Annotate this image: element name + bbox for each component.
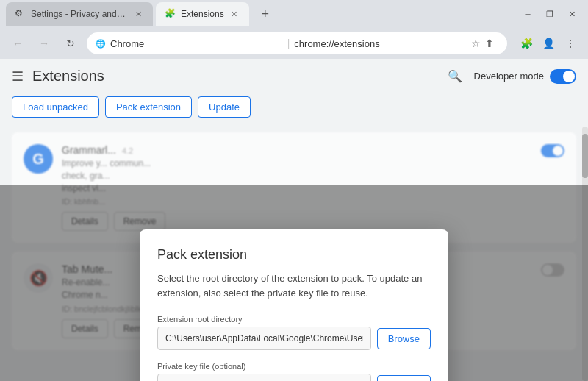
address-url: chrome://extensions bbox=[294, 38, 467, 49]
private-key-label: Private key file (optional) bbox=[157, 362, 431, 371]
pack-extension-button[interactable]: Pack extension bbox=[105, 96, 192, 118]
minimize-icon bbox=[525, 10, 530, 18]
tab-settings[interactable]: ⚙ Settings - Privacy and security ✕ bbox=[6, 2, 153, 26]
page-content: ☰ Extensions 🔍 Developer mode Load unpac… bbox=[0, 59, 588, 381]
root-dir-input[interactable] bbox=[157, 327, 371, 350]
profile-icon-btn[interactable]: 👤 bbox=[538, 33, 559, 54]
settings-tab-title: Settings - Privacy and security bbox=[31, 9, 128, 19]
reload-button[interactable]: ↻ bbox=[60, 33, 81, 54]
title-bar: ⚙ Settings - Privacy and security ✕ 🧩 Ex… bbox=[0, 0, 588, 28]
address-bar: ← → ↻ 🌐 Chrome | chrome://extensions ☆ ⬆… bbox=[0, 28, 588, 59]
window-controls bbox=[517, 7, 582, 21]
private-key-input[interactable] bbox=[157, 374, 371, 381]
hamburger-menu[interactable]: ☰ bbox=[12, 68, 24, 85]
minimize-button[interactable] bbox=[517, 7, 538, 21]
forward-button[interactable]: → bbox=[34, 33, 54, 54]
chrome-label: Chrome bbox=[110, 38, 283, 49]
share-icon[interactable]: ⬆ bbox=[485, 38, 494, 49]
root-dir-browse-button[interactable]: Browse bbox=[377, 328, 431, 349]
developer-mode-toggle[interactable] bbox=[550, 69, 576, 84]
extensions-icon-btn[interactable]: 🧩 bbox=[516, 33, 537, 54]
pack-extension-modal: Pack extension Select the root directory… bbox=[140, 229, 448, 381]
new-tab-button[interactable]: + bbox=[255, 4, 276, 24]
menu-icon-btn[interactable]: ⋮ bbox=[560, 33, 581, 54]
extensions-tab-icon: 🧩 bbox=[165, 8, 176, 20]
grammarly-icon: G bbox=[24, 144, 53, 174]
toolbar-buttons: Load unpacked Pack extension Update bbox=[0, 90, 588, 127]
close-icon bbox=[569, 10, 576, 19]
modal-description: Select the root directory of the extensi… bbox=[157, 271, 431, 300]
private-key-row: Browse bbox=[157, 374, 431, 381]
toolbar-icons: 🧩 👤 ⋮ bbox=[516, 33, 581, 54]
settings-tab-close[interactable]: ✕ bbox=[132, 8, 144, 20]
extensions-list: G Grammarl...4.2 Improve y... commun...c… bbox=[0, 127, 588, 381]
developer-mode-label: Developer mode bbox=[474, 71, 544, 82]
grammarly-name: Grammarl...4.2 bbox=[62, 144, 532, 156]
root-dir-label: Extension root directory bbox=[157, 315, 431, 324]
update-button[interactable]: Update bbox=[198, 96, 251, 118]
scrollbar-thumb[interactable] bbox=[582, 134, 588, 178]
restore-icon bbox=[546, 10, 553, 19]
address-right-icons: ☆ ⬆ bbox=[471, 38, 498, 49]
extensions-tab-title: Extensions bbox=[181, 9, 224, 19]
load-unpacked-button[interactable]: Load unpacked bbox=[12, 96, 99, 118]
address-separator: | bbox=[287, 38, 290, 49]
grammarly-toggle[interactable] bbox=[541, 144, 564, 157]
header-left: ☰ Extensions bbox=[12, 68, 104, 85]
extensions-tab-close[interactable]: ✕ bbox=[229, 8, 240, 20]
settings-tab-icon: ⚙ bbox=[15, 8, 26, 20]
header-right: 🔍 Developer mode bbox=[448, 69, 576, 84]
bookmark-icon[interactable]: ☆ bbox=[471, 38, 481, 49]
browser-frame: ⚙ Settings - Privacy and security ✕ 🧩 Ex… bbox=[0, 0, 588, 381]
modal-title: Pack extension bbox=[157, 247, 431, 263]
root-dir-row: Browse bbox=[157, 327, 431, 350]
close-button[interactable] bbox=[562, 7, 582, 21]
extensions-header: ☰ Extensions 🔍 Developer mode bbox=[0, 59, 588, 90]
back-button[interactable]: ← bbox=[7, 33, 28, 54]
lock-icon: 🌐 bbox=[96, 39, 106, 49]
private-key-browse-button[interactable]: Browse bbox=[377, 375, 431, 382]
address-input[interactable]: 🌐 Chrome | chrome://extensions ☆ ⬆ bbox=[87, 32, 507, 54]
restore-button[interactable] bbox=[539, 7, 560, 21]
tab-extensions[interactable]: 🧩 Extensions ✕ bbox=[156, 2, 249, 26]
search-icon[interactable]: 🔍 bbox=[448, 69, 462, 83]
modal-overlay: Pack extension Select the root directory… bbox=[0, 185, 588, 381]
page-title: Extensions bbox=[32, 68, 104, 85]
